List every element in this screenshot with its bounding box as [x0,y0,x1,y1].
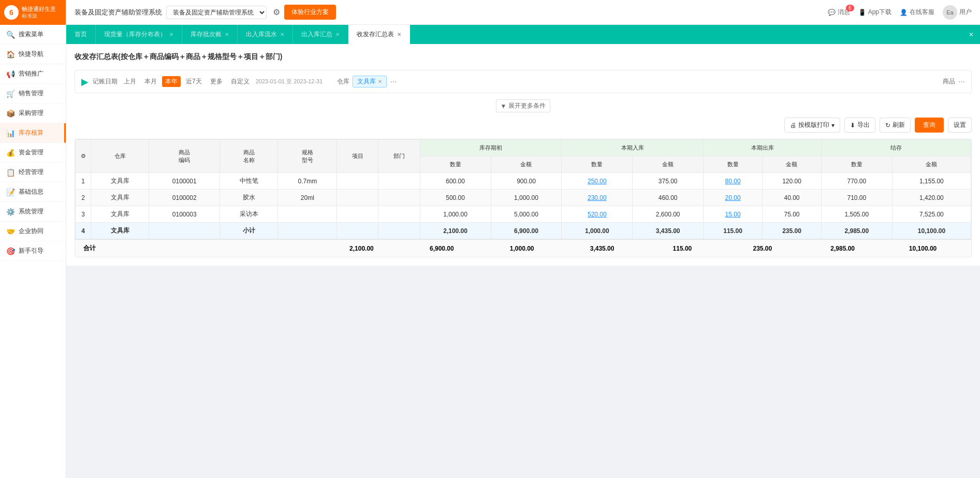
gear-icon[interactable]: ⚙ [273,7,280,17]
sidebar-item-system[interactable]: ⚙️系统管理 [0,202,66,222]
tab-home[interactable]: 首页 [66,25,96,44]
cell-out-qty: 115.00 [704,223,763,239]
topbar-left: 装备及固定资产辅助管理系统 装备及固定资产辅助管理系统 ⚙ 体验行业方案 [75,5,336,20]
expand-conditions-btn[interactable]: ▼ 展开更多条件 [496,99,551,112]
footer-bal-qty: 2,985.00 [802,245,883,252]
sidebar-icon-collab: 🤝 [6,227,14,236]
tab-recv_send[interactable]: 收发存汇总表✕ [348,25,410,44]
tab-close-recv_send[interactable]: ✕ [397,32,401,37]
sidebar-item-inventory[interactable]: 📊库存核算 [0,123,66,143]
cell-out-amt: 235.00 [763,223,822,239]
tab-batch[interactable]: 库存批次账✕ [182,25,238,44]
th-in-qty: 数量 [562,156,633,173]
date-option-7days[interactable]: 近7天 [183,76,205,87]
cell-out-qty[interactable]: 80.00 [704,173,763,190]
sidebar-item-quicknav[interactable]: 🏠快捷导航 [0,45,66,64]
refresh-btn[interactable]: ↻ 刷新 [880,118,911,133]
sidebar-item-purchase[interactable]: 📦采购管理 [0,104,66,123]
sidebar-item-finance[interactable]: 💰资金管理 [0,143,66,163]
sidebar-item-guide[interactable]: 🎯新手引导 [0,241,66,261]
cell-out-qty[interactable]: 20.00 [704,190,763,206]
table-row: 2 文具库 0100002 胶水 20ml 500.00 1,000.00 23… [76,190,971,206]
sidebar-item-search[interactable]: 🔍搜索菜单 [0,25,66,45]
system-select[interactable]: 装备及固定资产辅助管理系统 [166,6,267,19]
cell-open-qty: 1,000.00 [420,206,491,223]
tab-close-stock_dist[interactable]: ✕ [169,32,173,37]
tab-bar: 首页现货量（库存分布表）✕库存批次账✕出入库流水✕出入库汇总✕收发存汇总表✕✕ [66,25,980,44]
sidebar-item-operations[interactable]: 📋经营管理 [0,163,66,182]
cell-out-amt: 75.00 [763,206,822,223]
warehouse-filter: 仓库 文具库 ✕ ··· [337,76,397,88]
warehouse-more-btn[interactable]: ··· [390,77,397,86]
tab-inout_flow[interactable]: 出入库流水✕ [238,25,293,44]
online-service-item[interactable]: 👤 在线客服 [900,8,934,17]
cell-project [337,173,378,190]
date-option-this-year[interactable]: 本年 [162,76,181,87]
th-in-amt: 金额 [633,156,704,173]
cell-bal-qty: 2,985.00 [821,223,892,239]
tab-label-stock_dist: 现货量（库存分布表） [104,30,166,39]
sidebar-label-marketing: 营销推广 [19,69,43,78]
th-open-qty: 数量 [420,156,491,173]
topbar-right: 💬 消息 6 📱 App下载 👤 在线客服 Ea 用户 [828,5,972,20]
sidebar-label-quicknav: 快捷导航 [19,50,43,59]
sidebar-header: 6 畅捷通好生意 标准版 [0,0,66,25]
cell-in-qty[interactable]: 520.00 [562,206,633,223]
date-option-last-month[interactable]: 上月 [121,76,139,87]
warehouse-tag[interactable]: 文具库 ✕ [353,76,387,88]
cell-no: 1 [76,173,91,190]
tab-close-inout_summary[interactable]: ✕ [335,32,340,37]
query-btn[interactable]: 查询 [915,118,944,133]
cell-in-qty[interactable]: 230.00 [562,190,633,206]
trial-btn[interactable]: 体验行业方案 [284,5,336,20]
cell-code: 0100002 [149,190,220,206]
cell-spec: 0.7mm [278,173,337,190]
close-all-tabs-btn[interactable]: ✕ [962,26,980,44]
app-subtitle: 标准版 [22,12,56,20]
tab-close-batch[interactable]: ✕ [225,32,229,37]
cell-out-qty[interactable]: 15.00 [704,206,763,223]
user-item[interactable]: Ea 用户 [943,5,972,20]
mobile-icon: 📱 [858,9,866,16]
app-download-item[interactable]: 📱 App下载 [858,8,891,17]
th-spec: 规格型号 [278,140,337,173]
cell-bal-qty: 770.00 [821,173,892,190]
filter-expand-arrow[interactable]: ▶ [81,76,89,88]
sidebar-item-basicinfo[interactable]: 📝基础信息 [0,182,66,202]
page-title: 收发存汇总表(按仓库＋商品编码＋商品＋规格型号＋项目＋部门) [75,52,972,62]
content-area: 收发存汇总表(按仓库＋商品编码＋商品＋规格型号＋项目＋部门) ▶ 记账日期 上月… [66,44,980,478]
th-bal-amt: 金额 [892,156,971,173]
tab-label-home: 首页 [75,30,87,39]
cell-warehouse: 文具库 [91,206,149,223]
sidebar-label-guide: 新手引导 [19,247,43,255]
cell-in-qty[interactable]: 250.00 [562,173,633,190]
page-content: 收发存汇总表(按仓库＋商品编码＋商品＋规格型号＋项目＋部门) ▶ 记账日期 上月… [66,44,980,266]
warehouse-tag-close[interactable]: ✕ [378,79,382,84]
cell-bal-amt: 1,420.00 [892,190,971,206]
date-option-custom[interactable]: 自定义 [228,76,253,87]
sidebar-label-sales: 销售管理 [19,89,43,98]
cell-warehouse: 文具库 [91,173,149,190]
message-icon-item[interactable]: 💬 消息 6 [828,8,850,17]
export-btn[interactable]: ⬇ 导出 [844,118,875,133]
print-btn[interactable]: 🖨 按模版打印 ▾ [784,118,840,133]
goods-label: 商品 [943,77,955,86]
print-icon: 🖨 [790,122,796,129]
th-settings[interactable]: ⚙ [76,140,91,173]
sidebar-item-marketing[interactable]: 📢营销推广 [0,64,66,84]
tab-inout_summary[interactable]: 出入库汇总✕ [293,25,348,44]
sidebar-icon-search: 🔍 [6,31,14,39]
sidebar-item-collab[interactable]: 🤝企业协同 [0,222,66,241]
data-table: ⚙ 仓库 商品编码 商品名称 规格型号 项目 部门 库存期初 本期入库 本期出库… [75,139,971,239]
date-option-this-month[interactable]: 本月 [141,76,160,87]
goods-more-btn[interactable]: ··· [958,77,965,86]
sidebar-item-sales[interactable]: 🛒销售管理 [0,84,66,104]
sidebar-icon-guide: 🎯 [6,247,14,255]
th-project: 项目 [337,140,378,173]
tab-stock_dist[interactable]: 现货量（库存分布表）✕ [96,25,182,44]
settings-btn[interactable]: 设置 [948,118,972,133]
tab-close-inout_flow[interactable]: ✕ [280,32,284,37]
cell-in-amt: 3,435.00 [633,223,704,239]
date-option-more[interactable]: 更多 [207,76,226,87]
tab-label-inout_summary: 出入库汇总 [301,30,332,39]
